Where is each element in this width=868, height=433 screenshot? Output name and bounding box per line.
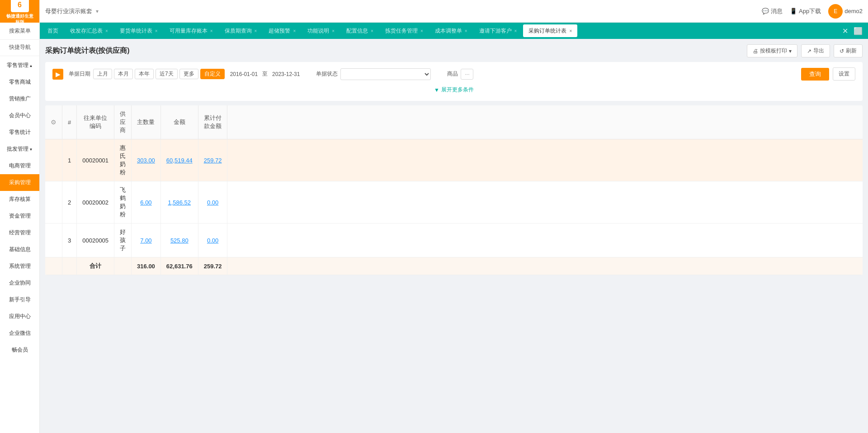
tab-purchase-stats-close[interactable]: ×	[155, 29, 158, 33]
sidebar-item-wholesale[interactable]: 批发管理	[0, 141, 39, 157]
query-button[interactable]: 查询	[801, 68, 829, 81]
sidebar-item-wechat[interactable]: 企业微信	[0, 325, 39, 342]
tab-picking[interactable]: 拣货任务管理 ×	[380, 24, 429, 37]
refresh-button[interactable]: ↺ 刷新	[834, 44, 863, 57]
topbar-right: 💬 消息 📱 App下载 E demo2	[762, 4, 863, 19]
page-title: 采购订单统计表(按供应商)	[45, 46, 130, 56]
sidebar-item-enterprise[interactable]: 企业协同	[0, 275, 39, 291]
tab-invite[interactable]: 邀请下游客户 ×	[474, 24, 523, 37]
row-supplier-code: 00020002	[77, 181, 114, 224]
sidebar-item-finance[interactable]: 资金管理	[0, 208, 39, 224]
date-btn-more[interactable]: 更多	[179, 69, 198, 79]
footer-supplier-cell	[114, 257, 132, 275]
tab-inventory-book[interactable]: 可用量库存账本 ×	[164, 24, 218, 37]
sidebar-item-member[interactable]: 会员中心	[0, 107, 39, 124]
tab-purchase-order-stats[interactable]: 采购订单统计表 ×	[523, 24, 577, 37]
app-download-button[interactable]: 📱 App下载	[790, 7, 821, 15]
tab-feature[interactable]: 功能说明 ×	[302, 24, 340, 37]
date-btn-7days[interactable]: 近7天	[156, 69, 178, 79]
sidebar-item-vip[interactable]: 畅会员	[0, 342, 39, 358]
col-header-supplier-name: 供应商	[114, 105, 132, 139]
row-amount[interactable]: 60,519.44	[160, 139, 198, 181]
filter-date-item: 单据日期 上月 本月 本年 近7天 更多 自定义	[69, 69, 225, 79]
message-button[interactable]: 💬 消息	[762, 7, 783, 15]
tab-inventory-book-close[interactable]: ×	[210, 29, 213, 33]
tab-purchase-order-stats-close[interactable]: ×	[569, 29, 572, 33]
sidebar-item-appcenter[interactable]: 应用中心	[0, 308, 39, 325]
topbar-title: 母婴行业演示账套	[45, 7, 92, 15]
row-index: 3	[62, 224, 77, 257]
sidebar-item-retail[interactable]: 零售管理	[0, 57, 39, 74]
row-index: 2	[62, 181, 77, 224]
tab-invite-close[interactable]: ×	[514, 29, 517, 33]
col-header-amount: 金额	[160, 105, 198, 139]
filter-status-select[interactable]	[340, 68, 431, 80]
sidebar-item-purchase[interactable]: 采购管理	[0, 174, 39, 191]
tab-purchase-stats[interactable]: 要货单统计表 ×	[114, 24, 163, 37]
user-profile[interactable]: E demo2	[828, 4, 863, 19]
filter-expand-btn[interactable]: ▼ 展开更多条件	[434, 84, 474, 95]
date-btn-custom[interactable]: 自定义	[200, 69, 225, 79]
row-qty[interactable]: 7.00	[132, 224, 161, 257]
sidebar-item-retail-stats[interactable]: 零售统计	[0, 124, 39, 141]
tab-feature-close[interactable]: ×	[332, 29, 335, 33]
tab-expiry-close[interactable]: ×	[255, 29, 257, 33]
sidebar-item-guide[interactable]: 新手引导	[0, 291, 39, 308]
tab-cost-adj-close[interactable]: ×	[465, 29, 467, 33]
filter-goods-label: 商品	[447, 70, 458, 78]
sidebar-item-inventory[interactable]: 库存核算	[0, 191, 39, 208]
sidebar-item-basic[interactable]: 基础信息	[0, 241, 39, 258]
filter-date-range: 上月 本月 本年 近7天 更多 自定义	[93, 69, 225, 79]
tab-config-close[interactable]: ×	[371, 29, 373, 33]
topbar-dropdown-icon[interactable]: ▾	[96, 8, 99, 14]
export-button[interactable]: ↗ 导出	[801, 44, 830, 57]
row-amount[interactable]: 525.80	[160, 224, 198, 257]
tab-expiry[interactable]: 保质期查询 ×	[219, 24, 263, 37]
sidebar-item-marketing[interactable]: 营销推广	[0, 90, 39, 107]
filter-date-sep: 至	[262, 70, 268, 78]
tab-home[interactable]: 首页	[42, 24, 64, 37]
tab-overstock[interactable]: 超储预警 ×	[263, 24, 301, 37]
sidebar-item-operation[interactable]: 经营管理	[0, 224, 39, 241]
sidebar-shortcut[interactable]: 快捷导航	[0, 40, 39, 55]
tab-receive[interactable]: 收发存汇总表 ×	[65, 24, 113, 37]
tab-overstock-close[interactable]: ×	[293, 29, 296, 33]
filter-goods-input[interactable]: ···	[461, 69, 473, 80]
row-paid[interactable]: 0.00	[198, 181, 227, 224]
sidebar-search[interactable]: 搜索菜单	[0, 23, 39, 40]
tab-invite-label: 邀请下游客户	[479, 27, 512, 35]
row-paid[interactable]: 259.72	[198, 139, 227, 181]
filter-goods-more-icon[interactable]: ···	[465, 71, 469, 77]
date-btn-this-month[interactable]: 本月	[114, 69, 133, 79]
sidebar-item-system[interactable]: 系统管理	[0, 258, 39, 275]
filter-status-item: 单据状态	[316, 68, 431, 80]
date-btn-this-year[interactable]: 本年	[135, 69, 154, 79]
row-supplier-name: 惠氏奶粉	[114, 139, 132, 181]
date-btn-last-month[interactable]: 上月	[93, 69, 112, 79]
tab-receive-label: 收发存汇总表	[70, 27, 103, 35]
tab-purchase-order-stats-label: 采购订单统计表	[528, 27, 566, 35]
filter-toggle-button[interactable]: ▶	[52, 69, 63, 80]
footer-extra	[227, 257, 863, 275]
tab-picking-close[interactable]: ×	[420, 29, 423, 33]
sidebar-item-retail-shop[interactable]: 零售商城	[0, 74, 39, 90]
row-amount[interactable]: 1,586.52	[160, 181, 198, 224]
template-print-button[interactable]: 🖨 按模板打印 ▾	[747, 44, 797, 57]
tab-config[interactable]: 配置信息 ×	[341, 24, 379, 37]
maximize-icon[interactable]: ⬜	[852, 26, 864, 36]
footer-settings-cell	[45, 257, 62, 275]
sidebar-item-ecommerce[interactable]: 电商管理	[0, 157, 39, 174]
user-name: demo2	[844, 8, 863, 14]
close-tab-icon[interactable]: ✕	[840, 26, 850, 36]
row-qty[interactable]: 6.00	[132, 181, 161, 224]
row-paid[interactable]: 0.00	[198, 224, 227, 257]
col-header-settings: ⚙	[45, 105, 62, 139]
row-qty[interactable]: 303.00	[132, 139, 161, 181]
row-index: 1	[62, 139, 77, 181]
footer-label: 合计	[77, 257, 114, 275]
column-settings-icon[interactable]: ⚙	[51, 119, 57, 126]
tab-cost-adj[interactable]: 成本调整单 ×	[429, 24, 473, 37]
tab-cost-adj-label: 成本调整单	[435, 27, 462, 35]
tab-receive-close[interactable]: ×	[105, 29, 108, 33]
settings-button[interactable]: 设置	[833, 67, 855, 81]
